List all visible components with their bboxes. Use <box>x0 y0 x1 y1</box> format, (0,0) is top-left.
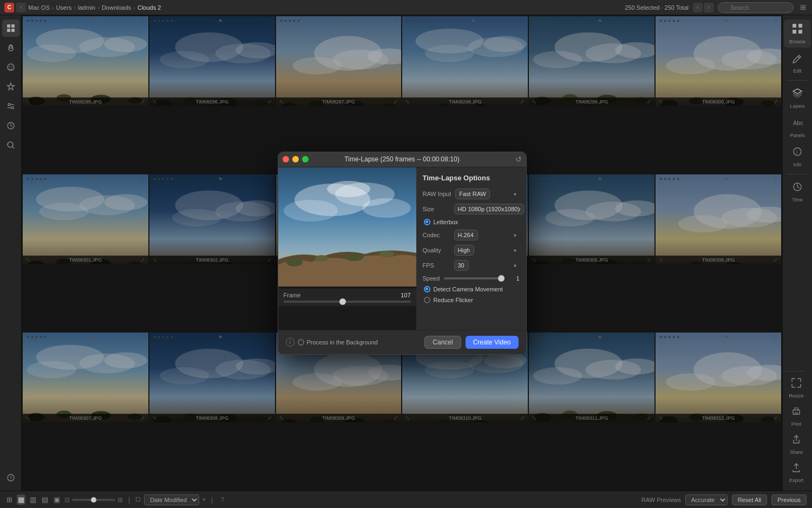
dialog-title: Time-Lapse (250 frames -- 00:00:08:10) <box>344 155 459 163</box>
bottom-left: ⊞ ▦ ▥ ▤ ▣ ⊟ ⊞ | ☐ Date Modified ▾ | ? <box>5 494 636 505</box>
speed-thumb[interactable] <box>498 275 505 282</box>
resize-icon <box>790 377 802 392</box>
svg-rect-0 <box>7 24 10 28</box>
info-sidebar-icon: i <box>791 146 803 160</box>
sidebar-search2-button[interactable] <box>2 136 19 154</box>
frame-track[interactable] <box>284 301 411 303</box>
sidebar-star-button[interactable] <box>2 78 19 95</box>
svg-text:i: i <box>796 149 797 155</box>
svg-point-184 <box>284 200 338 222</box>
sidebar-help-button[interactable]: ? <box>2 469 19 486</box>
detect-camera-radio[interactable] <box>424 286 430 292</box>
dialog-options: Time-Lapse Options RAW Input Fast RAW <box>416 167 526 330</box>
sidebar-item-time[interactable]: Time <box>784 178 811 206</box>
accurate-select[interactable]: Accurate <box>685 494 728 505</box>
minimize-button[interactable] <box>292 156 299 162</box>
speed-label: Speed <box>423 275 440 282</box>
sidebar-item-edit[interactable]: Edit <box>784 49 811 77</box>
size-row: Size HD 1080p (1920x1080) <box>423 204 520 214</box>
cancel-button[interactable]: Cancel <box>424 336 461 349</box>
nav-back-button[interactable]: ‹ <box>16 3 26 12</box>
right-sidebar-divider2 <box>787 174 808 174</box>
sidebar-item-share[interactable]: Share <box>783 430 810 458</box>
sidebar-adjustments-button[interactable] <box>2 97 19 115</box>
view-toggle-2[interactable]: ▦ <box>17 494 25 505</box>
view-toggle-3[interactable]: ▥ <box>29 494 37 505</box>
print-label: Print <box>791 421 802 427</box>
right-sidebar-divider3 <box>783 371 804 372</box>
quality-select[interactable]: High <box>454 245 474 256</box>
speed-track[interactable] <box>444 277 504 279</box>
svg-rect-3 <box>11 29 15 32</box>
top-bar: C ‹ Mac OS › Users › ladmin › Downloads … <box>0 0 812 15</box>
zoom-thumb[interactable] <box>91 497 96 503</box>
share-icon <box>790 433 802 448</box>
sidebar-item-export[interactable]: Export <box>783 458 810 486</box>
prev-arrow-button[interactable]: ‹ <box>693 3 703 12</box>
app-icon: C <box>4 3 14 12</box>
edit-icon <box>791 52 803 67</box>
sort-arrow: ▾ <box>202 496 206 503</box>
size-select[interactable]: HD 1080p (1920x1080) <box>454 204 524 214</box>
reset-all-button[interactable]: Reset All <box>732 494 767 505</box>
letterbox-radio[interactable] <box>424 219 430 225</box>
create-video-button[interactable]: Create Video <box>466 336 519 349</box>
raw-previews-label: RAW Previews <box>641 497 681 503</box>
svg-point-188 <box>315 255 328 262</box>
reduce-flicker-radio[interactable] <box>424 297 430 303</box>
search-input[interactable] <box>718 2 794 13</box>
top-bar-right: 250 Selected · 250 Total ‹ › ⌕ ⊞ <box>625 2 808 13</box>
maximize-button[interactable] <box>302 156 309 162</box>
top-bar-left: C ‹ Mac OS › Users › ladmin › Downloads … <box>4 3 621 12</box>
raw-input-select-wrapper: Fast RAW <box>455 188 519 199</box>
info-icon[interactable]: i <box>286 338 294 347</box>
next-arrow-button[interactable]: › <box>704 3 713 12</box>
sort-selector[interactable]: Date Modified <box>144 494 199 505</box>
breadcrumb-sep4: › <box>133 4 135 11</box>
sidebar-item-print[interactable]: Print <box>783 402 810 430</box>
codec-select[interactable]: H.264 <box>454 230 478 240</box>
sidebar-item-info[interactable]: i Info <box>784 142 811 171</box>
svg-point-186 <box>327 181 370 197</box>
layers-icon <box>791 87 803 102</box>
sidebar-browse-button[interactable] <box>2 19 19 37</box>
folder-icon-button[interactable]: ⊞ <box>798 3 808 12</box>
view-toggle-5[interactable]: ▣ <box>53 494 61 505</box>
speed-value: 1 <box>509 275 520 282</box>
fps-select[interactable]: 30 <box>454 260 469 271</box>
detect-camera-row: Detect Camera Movement <box>423 286 520 292</box>
refresh-icon[interactable]: ↺ <box>515 155 522 164</box>
codec-select-wrapper: H.264 <box>454 230 520 240</box>
view-toggle-4[interactable]: ▤ <box>41 494 49 505</box>
sidebar-item-resize[interactable]: Resize <box>783 374 810 402</box>
reduce-flicker-row: Reduce Flicker <box>423 297 520 303</box>
svg-rect-193 <box>793 30 796 34</box>
sidebar-item-browse[interactable]: Browse <box>784 19 811 48</box>
export-label: Export <box>789 478 803 483</box>
dialog-preview-panel: Frame 107 <box>278 167 416 330</box>
right-sidebar-bottom: Resize Print Share Export <box>783 369 812 486</box>
sidebar-item-layers[interactable]: Layers <box>784 84 811 112</box>
sidebar-faces-button[interactable] <box>2 58 19 76</box>
browse-icon <box>791 23 803 37</box>
sidebar-activity-button[interactable] <box>2 117 19 134</box>
close-button[interactable] <box>283 156 289 162</box>
frame-thumb[interactable] <box>339 298 346 305</box>
raw-input-select[interactable]: Fast RAW <box>455 188 490 199</box>
bottom-right: RAW Previews Accurate Reset All Previous <box>641 494 807 505</box>
options-title: Time-Lapse Options <box>423 174 520 182</box>
zoom-track[interactable] <box>72 499 115 501</box>
previous-button[interactable]: Previous <box>771 494 807 505</box>
sidebar-item-panels[interactable]: Abc Panels <box>784 113 811 141</box>
zoom-slider: ⊟ ⊞ <box>64 496 123 504</box>
help-icon[interactable]: ? <box>218 494 226 505</box>
sidebar-map-button[interactable] <box>2 39 19 56</box>
svg-rect-192 <box>798 24 802 28</box>
size-label: Size <box>423 206 450 212</box>
process-bg-radio[interactable] <box>298 339 304 346</box>
right-sidebar: Browse Edit Layers Abc Panels i Info <box>782 15 812 491</box>
view-toggle-1[interactable]: ⊞ <box>5 494 14 505</box>
time-label: Time <box>792 197 803 203</box>
time-icon <box>791 181 803 196</box>
dialog-titlebar: Time-Lapse (250 frames -- 00:00:08:10) ↺ <box>278 152 526 167</box>
